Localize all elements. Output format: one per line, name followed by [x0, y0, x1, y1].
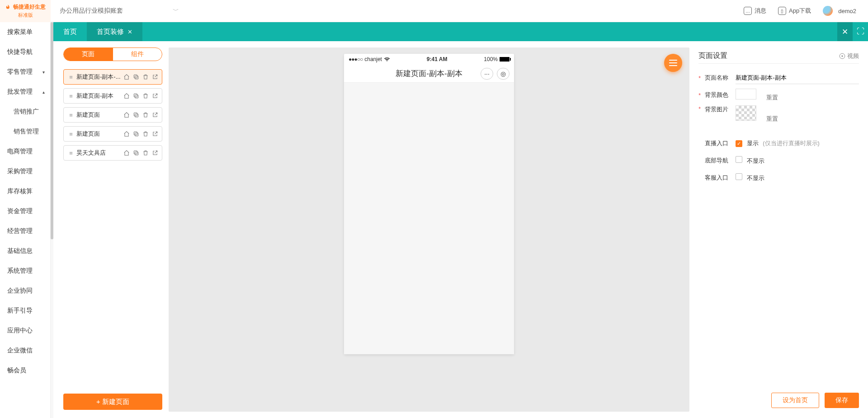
battery-icon — [500, 57, 509, 62]
nav-item[interactable]: 批发管理▴ — [0, 82, 50, 102]
page-row[interactable]: ≡新建页面-副本-... — [63, 69, 162, 85]
drag-handle-icon[interactable]: ≡ — [67, 131, 75, 138]
external-link-icon[interactable] — [151, 131, 158, 138]
user-menu[interactable]: demo2 — [823, 6, 856, 16]
nav-item[interactable]: 快捷导航 — [0, 42, 50, 62]
page-row[interactable]: ≡昊天文具店 — [63, 145, 162, 161]
user-name: demo2 — [838, 8, 856, 14]
service-checkbox[interactable] — [736, 173, 742, 180]
trash-icon[interactable] — [142, 112, 149, 119]
logo-subtitle: 标准版 — [18, 12, 33, 19]
save-button[interactable]: 保存 — [825, 393, 859, 408]
logo[interactable]: 畅捷通好生意 标准版 — [0, 0, 51, 22]
home-icon[interactable] — [123, 93, 130, 100]
svg-rect-6 — [135, 133, 138, 136]
nav-item[interactable]: 库存核算 — [0, 181, 50, 201]
bg-image-swatch[interactable] — [736, 105, 756, 121]
copy-icon[interactable] — [132, 131, 139, 138]
app-download-button[interactable]: ▯ App下载 — [778, 7, 811, 15]
nav-item[interactable]: 经营管理 — [0, 221, 50, 241]
home-icon[interactable] — [123, 150, 130, 157]
svg-rect-3 — [134, 94, 137, 97]
page-row-name: 新建页面 — [76, 111, 123, 119]
tab-decorate[interactable]: 首页装修✕ — [87, 22, 142, 41]
nav-item[interactable]: 应用中心 — [0, 321, 50, 341]
components-fab[interactable] — [664, 54, 682, 72]
messages-button[interactable]: … 消息 — [744, 7, 766, 15]
page-row-name: 新建页面 — [76, 130, 123, 138]
nav-item[interactable]: 营销推广 — [0, 102, 50, 122]
top-header: 畅捷通好生意 标准版 办公用品行业模拟账套 ﹀ … 消息 ▯ App下载 dem… — [0, 0, 868, 22]
page-row[interactable]: ≡新建页面 — [63, 126, 162, 142]
nav-item[interactable]: 资金管理 — [0, 201, 50, 221]
row-page-name: *页面名称 — [698, 69, 859, 86]
bottomnav-checkbox[interactable] — [736, 156, 742, 163]
video-link[interactable]: 视频 — [839, 52, 859, 60]
drag-handle-icon[interactable]: ≡ — [67, 93, 75, 100]
pages-panel: 页面 组件 ≡新建页面-副本-...≡新建页面-副本≡新建页面≡新建页面≡昊天文… — [53, 41, 169, 418]
nav-item[interactable]: 新手引导 — [0, 301, 50, 321]
bg-image-reset[interactable]: 重置 — [766, 115, 778, 122]
nav-item[interactable]: 零售管理▾ — [0, 62, 50, 82]
bg-color-swatch[interactable] — [736, 89, 756, 100]
trash-icon[interactable] — [142, 93, 149, 100]
miniapp-menu-icon[interactable]: ··· — [481, 68, 493, 80]
copy-icon[interactable] — [132, 93, 139, 100]
external-link-icon[interactable] — [151, 150, 158, 157]
external-link-icon[interactable] — [151, 74, 158, 81]
page-row[interactable]: ≡新建页面 — [63, 107, 162, 123]
bg-color-reset[interactable]: 重置 — [766, 94, 778, 101]
miniapp-close-icon[interactable]: ◎ — [497, 68, 509, 80]
phone-body[interactable] — [344, 83, 514, 354]
drag-handle-icon[interactable]: ≡ — [67, 74, 75, 81]
copy-icon[interactable] — [132, 74, 139, 81]
home-icon[interactable] — [123, 74, 130, 81]
copy-icon[interactable] — [132, 112, 139, 119]
nav-item[interactable]: 采购管理 — [0, 162, 50, 181]
set-home-button[interactable]: 设为首页 — [771, 393, 819, 408]
nav-item[interactable]: 销售管理 — [0, 122, 50, 142]
nav-item[interactable]: 企业微信 — [0, 341, 50, 361]
home-icon[interactable] — [123, 112, 130, 119]
nav-item[interactable]: 基础信息 — [0, 241, 50, 261]
nav-item[interactable]: 系统管理 — [0, 261, 50, 281]
nav-item[interactable]: 搜索菜单 — [0, 22, 50, 42]
external-link-icon[interactable] — [151, 112, 158, 119]
row-live-entry: 直播入口 ✓ 显示 (仅当进行直播时展示) — [698, 135, 859, 152]
row-service-entry: 客服入口 不显示 — [698, 169, 859, 186]
new-page-button[interactable]: + 新建页面 — [63, 394, 162, 410]
phone-battery-text: 100% — [484, 56, 498, 62]
tab-home[interactable]: 首页 — [53, 22, 87, 41]
logo-icon — [5, 4, 12, 10]
caret-up-icon: ▴ — [42, 90, 45, 95]
phone-time: 9:41 AM — [390, 56, 484, 62]
page-list: ≡新建页面-副本-...≡新建页面-副本≡新建页面≡新建页面≡昊天文具店 — [63, 69, 162, 388]
trash-icon[interactable] — [142, 74, 149, 81]
segment-page[interactable]: 页面 — [64, 48, 113, 61]
nav-item[interactable]: 畅会员 — [0, 361, 50, 380]
live-checkbox[interactable]: ✓ — [736, 140, 742, 147]
page-row[interactable]: ≡新建页面-副本 — [63, 88, 162, 104]
close-icon[interactable]: ✕ — [127, 28, 132, 35]
trash-icon[interactable] — [142, 150, 149, 157]
canvas-area: ●●●○○ chanjet 9:41 AM 100% 新建页面-副本-副本 ··… — [169, 48, 689, 412]
nav-item[interactable]: 企业协同 — [0, 281, 50, 301]
home-icon[interactable] — [123, 131, 130, 138]
svg-rect-1 — [134, 75, 137, 78]
external-link-icon[interactable] — [151, 93, 158, 100]
phone-status-bar: ●●●○○ chanjet 9:41 AM 100% — [344, 54, 514, 65]
account-select[interactable]: 办公用品行业模拟账套 ﹀ — [60, 7, 179, 15]
nav-item[interactable]: 电商管理 — [0, 142, 50, 162]
drag-handle-icon[interactable]: ≡ — [67, 150, 75, 157]
segment-component[interactable]: 组件 — [113, 48, 162, 61]
drag-handle-icon[interactable]: ≡ — [67, 112, 75, 119]
tabstrip-close-button[interactable]: ✕ — [837, 22, 853, 41]
svg-rect-4 — [135, 114, 138, 117]
copy-icon[interactable] — [132, 150, 139, 157]
phone-preview: ●●●○○ chanjet 9:41 AM 100% 新建页面-副本-副本 ··… — [344, 54, 514, 354]
page-row-name: 昊天文具店 — [76, 149, 123, 157]
tabstrip-fullscreen-button[interactable]: ⛶ — [853, 22, 868, 41]
left-nav: 搜索菜单快捷导航零售管理▾批发管理▴营销推广销售管理电商管理采购管理库存核算资金… — [0, 22, 51, 418]
trash-icon[interactable] — [142, 131, 149, 138]
page-name-input[interactable] — [736, 71, 859, 84]
